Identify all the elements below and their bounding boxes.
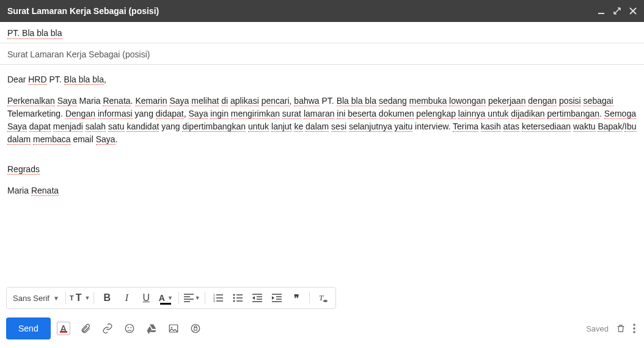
link-icon[interactable] bbox=[101, 322, 114, 335]
body-paragraph: Perkenalkan Saya Maria Renata. Kemarin S… bbox=[7, 95, 637, 146]
svg-point-8 bbox=[125, 324, 134, 333]
svg-point-5 bbox=[233, 297, 235, 299]
remove-formatting-button[interactable]: T bbox=[313, 289, 332, 307]
svg-point-15 bbox=[633, 324, 635, 325]
indent-more-button[interactable] bbox=[268, 289, 286, 307]
svg-point-4 bbox=[233, 294, 235, 296]
signature-line: Maria Renata bbox=[7, 184, 637, 197]
svg-point-17 bbox=[633, 331, 635, 333]
chevron-down-icon: ▼ bbox=[53, 295, 59, 302]
svg-text:T: T bbox=[319, 293, 324, 302]
greeting-mid: PT. bbox=[47, 74, 64, 84]
font-size-select[interactable]: TT▼ bbox=[70, 289, 90, 307]
discard-icon[interactable] bbox=[616, 323, 626, 334]
greeting-bla: Bla bla bla bbox=[64, 74, 104, 85]
indent-less-button[interactable] bbox=[248, 289, 266, 307]
window-title: Surat Lamaran Kerja Sebagai (posisi) bbox=[7, 6, 598, 16]
font-family-label: Sans Serif bbox=[13, 294, 49, 303]
pop-out-icon[interactable] bbox=[613, 7, 621, 15]
image-icon[interactable] bbox=[167, 322, 180, 335]
recipient-chip: PT. Bla bla bla bbox=[7, 28, 62, 39]
window-controls bbox=[598, 7, 637, 15]
confidential-icon[interactable] bbox=[189, 322, 202, 335]
greeting-hrd: HRD bbox=[28, 74, 46, 85]
bullet-list-button[interactable] bbox=[229, 289, 247, 307]
signoff-line: Regrads bbox=[7, 163, 637, 176]
emoji-icon[interactable] bbox=[123, 322, 136, 335]
greeting-prefix: Dear bbox=[7, 74, 28, 84]
bottom-bar: Send A Saved bbox=[0, 313, 644, 348]
numbered-list-button[interactable]: 123 bbox=[209, 289, 227, 307]
svg-point-16 bbox=[633, 327, 635, 329]
format-toolbar-wrap: Sans Serif ▼ TT▼ B I U A▼ ▼ 123 ❞ bbox=[0, 283, 644, 313]
attach-icon[interactable] bbox=[79, 322, 92, 335]
format-toolbar: Sans Serif ▼ TT▼ B I U A▼ ▼ 123 ❞ bbox=[6, 287, 336, 309]
italic-button[interactable]: I bbox=[117, 289, 136, 307]
recipient-field[interactable]: PT. Bla bla bla bbox=[0, 22, 644, 43]
signature-first: Maria bbox=[7, 186, 31, 195]
svg-rect-0 bbox=[598, 13, 604, 14]
text-color-button[interactable]: A▼ bbox=[156, 289, 175, 307]
svg-text:3: 3 bbox=[213, 299, 215, 302]
right-status: Saved bbox=[586, 323, 635, 334]
more-options-icon[interactable] bbox=[633, 324, 635, 333]
minimize-icon[interactable] bbox=[598, 7, 605, 15]
signature-last: Renata bbox=[31, 186, 59, 196]
bottom-icons: A bbox=[57, 322, 202, 335]
svg-point-6 bbox=[233, 300, 235, 302]
send-button[interactable]: Send bbox=[6, 317, 51, 339]
svg-point-12 bbox=[171, 327, 172, 328]
compose-header: Surat Lamaran Kerja Sebagai (posisi) bbox=[0, 0, 644, 22]
svg-point-10 bbox=[130, 327, 131, 328]
subject-text: Surat Lamaran Kerja Sebagai (posisi) bbox=[7, 49, 150, 59]
formatting-toggle-button[interactable]: A bbox=[57, 322, 70, 335]
font-family-select[interactable]: Sans Serif ▼ bbox=[10, 289, 62, 307]
subject-field[interactable]: Surat Lamaran Kerja Sebagai (posisi) bbox=[0, 43, 644, 65]
message-body[interactable]: Dear HRD PT. Bla bla bla, Perkenalkan Sa… bbox=[0, 65, 644, 283]
greeting-line: Dear HRD PT. Bla bla bla, bbox=[7, 73, 637, 86]
svg-rect-14 bbox=[194, 328, 197, 331]
quote-button[interactable]: ❞ bbox=[287, 289, 306, 307]
bold-button[interactable]: B bbox=[98, 289, 116, 307]
saved-label: Saved bbox=[586, 324, 609, 333]
align-button[interactable]: ▼ bbox=[183, 289, 201, 307]
svg-point-9 bbox=[128, 327, 129, 328]
close-icon[interactable] bbox=[629, 7, 637, 15]
signoff: Regrads bbox=[7, 164, 40, 175]
greeting-end: , bbox=[104, 74, 106, 84]
drive-icon[interactable] bbox=[145, 322, 158, 335]
underline-button[interactable]: U bbox=[137, 289, 155, 307]
